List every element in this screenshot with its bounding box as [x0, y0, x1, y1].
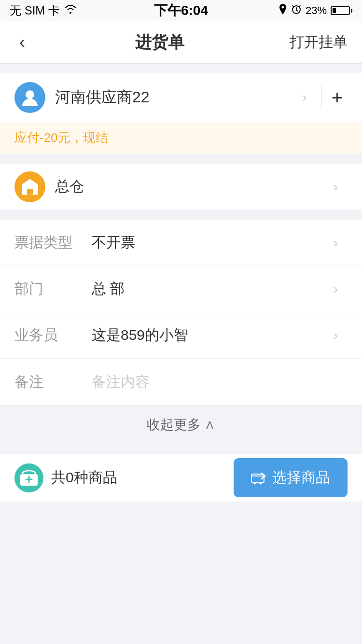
open-pending-button[interactable]: 打开挂单: [290, 32, 348, 52]
warehouse-icon: [21, 178, 39, 196]
main-content: 河南供应商22 › + 应付-20元，现结 总仓 › 票据类型: [0, 64, 362, 502]
salesperson-row[interactable]: 业务员 这是859的小智 ›: [0, 312, 362, 359]
svg-point-7: [260, 482, 262, 484]
svg-point-1: [26, 90, 34, 99]
page-title: 进货单: [135, 31, 184, 54]
warehouse-name: 总仓: [55, 177, 334, 196]
invoice-type-label: 票据类型: [14, 233, 92, 252]
wifi-icon: [64, 4, 77, 17]
warehouse-icon-wrap: [14, 171, 45, 202]
department-value: 总 部: [92, 279, 334, 299]
invoice-type-value: 不开票: [92, 233, 334, 252]
cart-icon: [251, 471, 266, 485]
warehouse-chevron-icon: ›: [334, 179, 338, 195]
battery-icon: [331, 6, 352, 15]
person-icon: [20, 88, 40, 107]
alarm-icon: [291, 4, 302, 17]
carrier-text: 无 SIM 卡: [10, 3, 60, 18]
supplier-chevron-icon: ›: [302, 90, 306, 105]
product-count: 共0种商品: [51, 468, 234, 488]
battery-percent: 23%: [306, 4, 327, 17]
section-divider-1: [0, 64, 362, 73]
section-divider-4: [0, 444, 362, 453]
department-row[interactable]: 部门 总 部 ›: [0, 266, 362, 312]
supplier-name: 河南供应商22: [55, 87, 302, 108]
section-divider-2: [0, 154, 362, 164]
supplier-row[interactable]: 河南供应商22 › +: [0, 73, 362, 122]
bottom-bar: 共0种商品 选择商品: [0, 453, 362, 502]
section-divider-3: [0, 210, 362, 220]
remark-value[interactable]: 备注内容: [92, 372, 348, 392]
remark-label: 备注: [14, 372, 92, 392]
location-icon: [278, 4, 287, 17]
collapse-button[interactable]: 收起更多 ∧: [0, 405, 362, 444]
back-button[interactable]: ‹: [14, 28, 30, 57]
invoice-type-row[interactable]: 票据类型 不开票 ›: [0, 220, 362, 266]
nav-bar: ‹ 进货单 打开挂单: [0, 21, 362, 64]
salesperson-label: 业务员: [14, 325, 92, 345]
status-time: 下午6:04: [154, 1, 208, 20]
department-chevron-icon: ›: [334, 281, 338, 297]
select-product-label: 选择商品: [272, 468, 330, 488]
product-icon-wrap: [14, 463, 43, 492]
status-left: 无 SIM 卡: [10, 3, 77, 18]
supplier-avatar: [14, 82, 45, 113]
supplier-divider: [321, 85, 322, 110]
svg-point-6: [254, 482, 256, 484]
salesperson-chevron-icon: ›: [334, 328, 338, 343]
invoice-chevron-icon: ›: [334, 235, 338, 251]
salesperson-value: 这是859的小智: [92, 325, 334, 345]
add-supplier-button[interactable]: +: [327, 82, 348, 113]
supplier-notice: 应付-20元，现结: [0, 122, 362, 154]
form-section: 票据类型 不开票 › 部门 总 部 › 业务员 这是859的小智 › 备注 备注…: [0, 220, 362, 405]
status-bar: 无 SIM 卡 下午6:04 23%: [0, 0, 362, 21]
supplier-section: 河南供应商22 › + 应付-20元，现结: [0, 73, 362, 154]
warehouse-row[interactable]: 总仓 ›: [0, 164, 362, 210]
select-product-button[interactable]: 选择商品: [234, 458, 348, 497]
status-right: 23%: [278, 4, 352, 17]
warehouse-section: 总仓 ›: [0, 164, 362, 210]
collapse-label: 收起更多 ∧: [147, 416, 216, 434]
product-icon: [20, 470, 38, 486]
department-label: 部门: [14, 279, 92, 299]
remark-row[interactable]: 备注 备注内容: [0, 359, 362, 405]
svg-rect-2: [27, 189, 33, 195]
